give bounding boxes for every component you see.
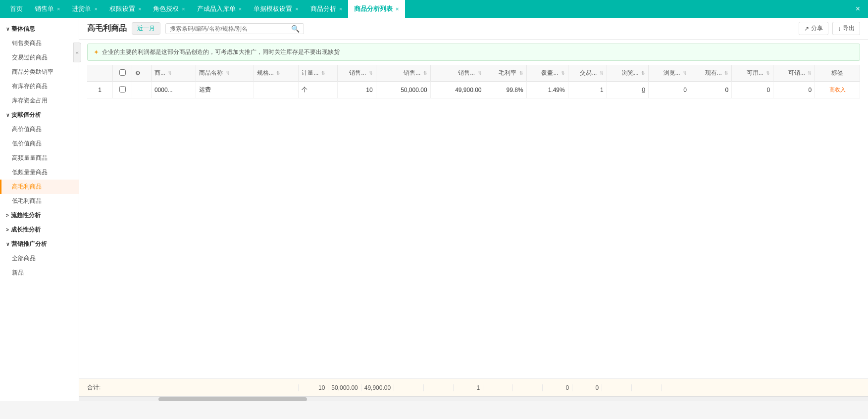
sidebar-item-all-goods[interactable]: 全部商品 <box>0 251 79 266</box>
cell-spec <box>254 82 299 98</box>
footer-cover <box>424 384 454 391</box>
sidebar-item-low-margin[interactable]: 低毛利商品 <box>0 194 79 208</box>
footer-sellable <box>602 384 632 391</box>
footer-bar: 合计: 10 50,000.00 49,900.00 1 0 0 <box>79 378 868 396</box>
scrollbar-thumb[interactable] <box>158 397 307 401</box>
sidebar-item-low-value[interactable]: 低价值商品 <box>0 137 79 151</box>
col-header-trade[interactable]: 交易... ⇅ <box>568 65 607 82</box>
cell-sellable: 0 <box>773 82 815 98</box>
top-navigation: 首页销售单×进货单×权限设置×角色授权×产成品入库单×单据模板设置×商品分析×商… <box>0 0 868 18</box>
nav-item-permission-settings[interactable]: 权限设置× <box>103 0 147 18</box>
sidebar-item-stock-capital[interactable]: 库存资金占用 <box>0 93 79 108</box>
info-text: 企业的主要的利润都是这部分商品创造的，可考虑加大推广，同时关注库存是不要出现缺货 <box>102 48 340 56</box>
nav-close-sales-order[interactable]: × <box>57 6 60 12</box>
nav-close-role-permission[interactable]: × <box>182 6 185 12</box>
footer-trade: 1 <box>454 384 483 391</box>
content-area: 高毛利商品 近一月 🔍 ↗ 分享 ↓ 导出 ✦ 企业的主要的利润都是这部分商品创… <box>79 18 868 401</box>
sidebar-group-arrow-value-analysis: ∨ <box>6 112 9 118</box>
search-input[interactable] <box>170 25 291 32</box>
cell-gear <box>132 82 152 98</box>
nav-item-product-analysis-list[interactable]: 商品分析列表× <box>348 0 405 18</box>
cell-browse1[interactable]: 0 <box>607 82 648 98</box>
sidebar-group-label-value-analysis: 贡献值分析 <box>11 111 41 119</box>
sidebar-item-in-stock[interactable]: 有库存的商品 <box>0 79 79 93</box>
col-header-unit[interactable]: 计量... ⇅ <box>299 65 337 82</box>
col-header-gear[interactable]: ⚙ <box>132 65 152 82</box>
col-header-num <box>87 65 113 82</box>
footer-browse2 <box>513 384 543 391</box>
col-header-browse1[interactable]: 浏览... ⇅ <box>607 65 648 82</box>
col-header-sellable[interactable]: 可销... ⇅ <box>773 65 815 82</box>
sidebar-group-growth-analysis[interactable]: >成长性分析 <box>0 223 79 237</box>
share-button[interactable]: ↗ 分享 <box>799 22 828 35</box>
cell-unit: 个 <box>299 82 337 98</box>
sidebar-group-marketing-analysis[interactable]: ∨营销推广分析 <box>0 237 79 251</box>
sidebar-item-new-goods[interactable]: 新品 <box>0 266 79 280</box>
footer-margin <box>394 384 424 391</box>
export-icon: ↓ <box>838 25 841 32</box>
search-box: 🔍 <box>165 23 304 34</box>
col-header-code[interactable]: 商... ⇅ <box>151 65 196 82</box>
nav-close-template-settings[interactable]: × <box>295 6 298 12</box>
nav-item-product-entry[interactable]: 产成品入库单× <box>191 0 248 18</box>
col-header-checkbox[interactable] <box>113 65 132 82</box>
sidebar-item-low-freq[interactable]: 低频量量商品 <box>0 165 79 180</box>
col-header-spec[interactable]: 规格... ⇅ <box>254 65 299 82</box>
sidebar-group-label-trend-analysis: 流趋性分析 <box>11 211 41 220</box>
cell-cover: 1.49% <box>526 82 568 98</box>
col-header-cover[interactable]: 覆盖... ⇅ <box>526 65 568 82</box>
col-header-name[interactable]: 商品名称 ⇅ <box>196 65 254 82</box>
sidebar-item-goods-analysis[interactable]: 商品分类助销率 <box>0 65 79 79</box>
col-header-sales-profit[interactable]: 销售... ⇅ <box>430 65 485 82</box>
col-header-browse2[interactable]: 浏览... ⇅ <box>648 65 690 82</box>
col-header-margin[interactable]: 毛利率 ⇅ <box>485 65 526 82</box>
footer-sales-qty: 10 <box>299 384 328 391</box>
footer-sales-amt: 50,000.00 <box>328 384 361 391</box>
sidebar-group-trend-analysis[interactable]: >流趋性分析 <box>0 208 79 223</box>
sidebar-item-high-margin[interactable]: 高毛利商品 <box>0 180 79 194</box>
col-header-stock2[interactable]: 可用... ⇅ <box>732 65 773 82</box>
col-header-tag: 标签 <box>815 65 860 82</box>
nav-item-template-settings[interactable]: 单据模板设置× <box>248 0 304 18</box>
nav-item-purchase-order[interactable]: 进货单× <box>66 0 103 18</box>
content-header: 高毛利商品 近一月 🔍 ↗ 分享 ↓ 导出 <box>79 18 868 40</box>
sidebar-item-high-value[interactable]: 高价值商品 <box>0 122 79 137</box>
sidebar-wrapper: ∨整体信息销售类商品交易过的商品商品分类助销率有库存的商品库存资金占用∨贡献值分… <box>0 18 79 401</box>
table-body: 10000...运费个1050,000.0049,900.0099.8%1.49… <box>87 82 860 98</box>
nav-item-home[interactable]: 首页 <box>4 0 29 18</box>
nav-close-permission-settings[interactable]: × <box>138 6 141 12</box>
table-header-row: ⚙ 商... ⇅ 商品名称 ⇅ 规格... ⇅ 计量... ⇅ 销售... ⇅ … <box>87 65 860 82</box>
cell-browse2: 0 <box>648 82 690 98</box>
close-all-tabs[interactable]: × <box>852 4 864 13</box>
search-icon[interactable]: 🔍 <box>291 25 300 33</box>
sidebar-collapse-button[interactable]: « <box>73 43 81 62</box>
footer-stock1: 0 <box>543 384 572 391</box>
cell-num: 1 <box>87 82 113 98</box>
sidebar-item-sales-goods[interactable]: 销售类商品 <box>0 36 79 50</box>
sidebar-item-high-freq[interactable]: 高频量量商品 <box>0 151 79 165</box>
main-layout: ∨整体信息销售类商品交易过的商品商品分类助销率有库存的商品库存资金占用∨贡献值分… <box>0 18 868 401</box>
date-filter-button[interactable]: 近一月 <box>132 22 160 35</box>
export-button[interactable]: ↓ 导出 <box>832 22 860 35</box>
info-banner: ✦ 企业的主要的利润都是这部分商品创造的，可考虑加大推广，同时关注库存是不要出现… <box>87 44 860 61</box>
page-title: 高毛利商品 <box>87 23 127 34</box>
nav-close-product-entry[interactable]: × <box>239 6 242 12</box>
nav-item-sales-order[interactable]: 销售单× <box>29 0 66 18</box>
sidebar-group-arrow-growth-analysis: > <box>6 227 9 233</box>
nav-item-role-permission[interactable]: 角色授权× <box>147 0 191 18</box>
nav-close-product-analysis[interactable]: × <box>339 6 342 12</box>
cell-sales-profit: 49,900.00 <box>430 82 485 98</box>
select-all-checkbox[interactable] <box>119 69 126 76</box>
cell-checkbox[interactable] <box>113 82 132 98</box>
nav-close-purchase-order[interactable]: × <box>94 6 97 12</box>
footer-scrollbar[interactable] <box>79 396 868 401</box>
sidebar-group-overall[interactable]: ∨整体信息 <box>0 22 79 36</box>
sidebar-item-traded-goods[interactable]: 交易过的商品 <box>0 50 79 65</box>
nav-close-product-analysis-list[interactable]: × <box>396 6 399 12</box>
col-header-stock1[interactable]: 现有... ⇅ <box>690 65 731 82</box>
col-header-sales-qty[interactable]: 销售... ⇅ <box>337 65 376 82</box>
sidebar-group-value-analysis[interactable]: ∨贡献值分析 <box>0 108 79 122</box>
nav-item-product-analysis[interactable]: 商品分析× <box>305 0 348 18</box>
footer-browse1 <box>483 384 513 391</box>
col-header-sales-amt[interactable]: 销售... ⇅ <box>376 65 430 82</box>
